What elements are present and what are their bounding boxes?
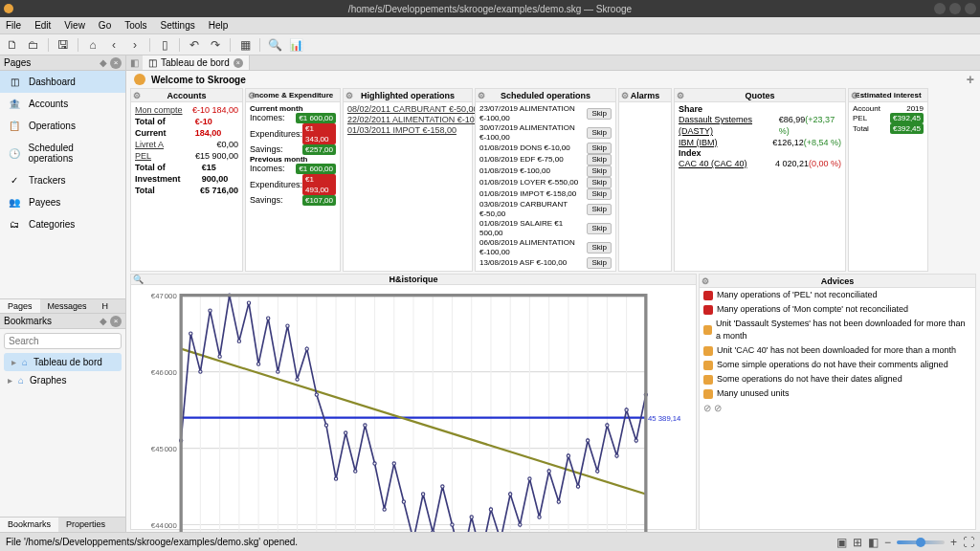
minitab-pages[interactable]: Pages <box>0 299 40 313</box>
advice-row[interactable]: Some operations do not have their dates … <box>700 372 975 386</box>
svg-point-56 <box>324 424 327 427</box>
expand-icon[interactable]: ▸ <box>11 357 16 367</box>
advice-row[interactable]: Unit 'Dassault Systemes' has not been do… <box>700 317 975 343</box>
svg-point-62 <box>383 508 386 511</box>
sb-icon-1[interactable]: ▣ <box>836 536 847 549</box>
save-icon[interactable]: 🖫 <box>56 38 70 52</box>
minitab-messages[interactable]: Messages <box>40 299 95 313</box>
menu-settings[interactable]: Settings <box>161 20 195 31</box>
scheduled-row: 01/08/2019 €-100,00Skip <box>479 165 612 177</box>
bottomtab-bookmarks[interactable]: Bookmarks <box>0 518 58 532</box>
zoom-out-icon[interactable]: − <box>884 536 891 549</box>
zoom-in-icon[interactable]: + <box>950 536 957 549</box>
open-icon[interactable]: 🗀 <box>27 38 40 52</box>
svg-point-49 <box>256 363 259 365</box>
maximize-icon[interactable] <box>949 3 961 14</box>
nav-payees[interactable]: 👥Payees <box>0 191 125 213</box>
skip-button[interactable]: Skip <box>587 127 612 139</box>
scheduled-row: 03/08/2019 CARBURANT €-50,00Skip <box>479 200 612 219</box>
bookmarks-search-input[interactable] <box>4 333 122 349</box>
history-chart-panel: 🔍H&istorique €43 000€44 000€45 000€46 00… <box>130 274 697 530</box>
bookmarks-close-icon[interactable]: × <box>110 316 122 327</box>
home-icon[interactable]: ⌂ <box>86 38 100 52</box>
nav-trackers[interactable]: ✓Trackers <box>0 169 125 191</box>
sb-icon-3[interactable]: ◧ <box>868 536 879 549</box>
menu-go[interactable]: Go <box>99 20 111 31</box>
svg-point-78 <box>538 516 541 518</box>
expand-icon[interactable]: ▸ <box>8 375 12 386</box>
device-icon[interactable]: ▯ <box>158 38 171 52</box>
svg-point-53 <box>296 378 299 381</box>
skip-button[interactable]: Skip <box>587 223 612 234</box>
tab-label: Tableau de bord <box>161 57 230 68</box>
new-icon[interactable]: 🗋 <box>6 38 19 52</box>
svg-text:€46 000: €46 000 <box>151 368 177 377</box>
tab-close-icon[interactable]: × <box>234 58 243 68</box>
svg-point-58 <box>345 431 347 434</box>
skip-button[interactable]: Skip <box>587 108 612 120</box>
scheduled-row: 01/08/2019 EDF €-75,00Skip <box>479 154 612 165</box>
report-icon[interactable]: 📊 <box>289 38 302 52</box>
minimize-icon[interactable] <box>934 3 946 14</box>
skip-button[interactable]: Skip <box>587 143 612 154</box>
redo-icon[interactable]: ↷ <box>209 38 222 52</box>
window-title: /home/s/Developpements/skrooge/examples/… <box>348 4 632 14</box>
chart-settings-icon[interactable]: 🔍 <box>133 275 144 284</box>
highlighted-row[interactable]: 08/02/2011 CARBURANT €-50,00 <box>347 104 468 115</box>
menu-edit[interactable]: Edit <box>34 20 51 31</box>
bottomtab-properties[interactable]: Properties <box>58 518 113 532</box>
ie-row: Incomes:€1 600,00 <box>250 113 336 123</box>
highlighted-row[interactable]: 22/02/2011 ALIMENTATION €-100,00 <box>347 115 468 125</box>
advice-row[interactable]: Some simple operations do not have their… <box>700 358 975 372</box>
nav-icon: 👥 <box>8 197 21 208</box>
advice-row[interactable]: Unit 'CAC 40' has not been downloaded fo… <box>700 343 975 358</box>
svg-point-47 <box>237 340 240 342</box>
skip-button[interactable]: Skip <box>587 165 612 177</box>
fullscreen-icon[interactable]: ⛶ <box>963 536 974 549</box>
pages-close-icon[interactable]: × <box>110 57 122 69</box>
skip-button[interactable]: Skip <box>587 242 612 253</box>
svg-point-81 <box>567 454 569 457</box>
nav-accounts[interactable]: 🏦Accounts <box>0 93 125 115</box>
zoom-slider[interactable] <box>897 540 945 544</box>
tab-dashboard[interactable]: ◫ Tableau de bord × <box>143 55 250 70</box>
skip-button[interactable]: Skip <box>587 177 612 188</box>
search-icon[interactable]: 🔍 <box>268 38 281 52</box>
nav-dashboard[interactable]: ◫Dashboard <box>0 71 125 93</box>
skip-button[interactable]: Skip <box>587 257 612 269</box>
svg-point-61 <box>373 462 376 465</box>
nav-scheduled-operations[interactable]: 🕒Scheduled operations <box>0 137 125 169</box>
nav-categories[interactable]: 🗂Categories <box>0 213 125 235</box>
menu-help[interactable]: Help <box>209 20 229 31</box>
svg-point-55 <box>315 393 318 396</box>
severity-icon <box>703 305 713 315</box>
skip-button[interactable]: Skip <box>587 204 612 215</box>
forward-icon[interactable]: › <box>128 38 142 52</box>
quote-row: CAC 40 (CAC 40)4 020,21(0,00 %) <box>679 158 841 169</box>
nav-icon: 🕒 <box>8 148 21 159</box>
menu-file[interactable]: File <box>6 20 21 31</box>
back-icon[interactable]: ‹ <box>107 38 121 52</box>
quote-row: Dassault Systemes (DASTY)€86,99(+23,37 %… <box>679 114 841 137</box>
bookmark-item[interactable]: ▸⌂Tableau de bord <box>4 353 122 371</box>
nav-operations[interactable]: 📋Operations <box>0 115 125 137</box>
menu-tools[interactable]: Tools <box>124 20 146 31</box>
skip-button[interactable]: Skip <box>587 154 612 165</box>
advice-row[interactable]: Many unused units <box>700 386 975 401</box>
minitab-h[interactable]: H <box>95 299 117 313</box>
advice-row[interactable]: Many operations of 'PEL' not reconciliat… <box>700 288 975 302</box>
svg-point-48 <box>247 301 250 304</box>
sb-icon-2[interactable]: ⊞ <box>853 536 862 549</box>
highlighted-row[interactable]: 01/03/2011 IMPOT €-158,00 <box>347 125 468 136</box>
account-row: Total€5 716,00 <box>135 185 238 196</box>
scheduled-row: 01/08/2019 DONS €-10,00Skip <box>479 143 612 154</box>
bookmark-item[interactable]: ▸⌂Graphes <box>0 371 125 389</box>
accounts-widget: ⚙Accounts Mon compte€-10 184,00Total of … <box>130 88 243 272</box>
add-widget-icon[interactable]: + <box>967 72 974 87</box>
menu-view[interactable]: View <box>64 20 85 31</box>
advice-row[interactable]: Many operations of 'Mon compte' not reco… <box>700 302 975 317</box>
close-icon[interactable] <box>965 3 976 14</box>
grid-icon[interactable]: ▦ <box>238 38 252 52</box>
skip-button[interactable]: Skip <box>587 188 612 200</box>
undo-icon[interactable]: ↶ <box>188 38 201 52</box>
